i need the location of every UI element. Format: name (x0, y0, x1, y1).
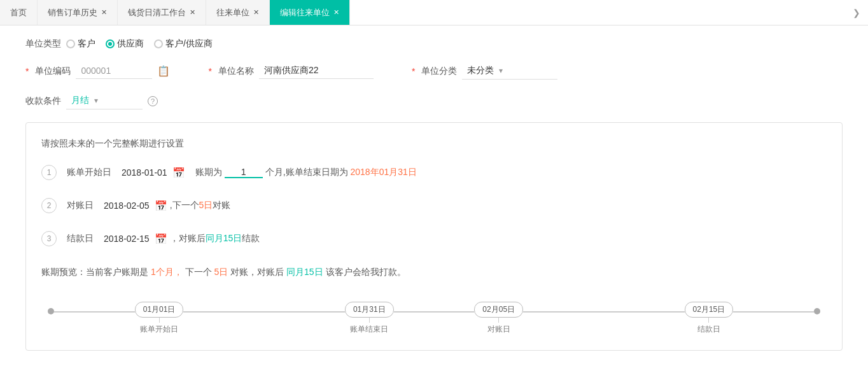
code-input[interactable] (76, 63, 152, 79)
close-icon[interactable]: ✕ (333, 8, 339, 17)
name-input[interactable] (259, 63, 374, 79)
category-required: * (412, 66, 415, 76)
help-icon[interactable]: ? (148, 96, 158, 106)
tl-node-3-label: 对账日 (487, 324, 510, 335)
step-1-period-pre: 账期为 (195, 167, 222, 178)
category-arrow-icon: ▾ (499, 66, 503, 75)
step-2-number: 2 (41, 198, 57, 213)
tl-node-2-label: 账单结束日 (350, 324, 388, 335)
tl-node-2-badge: 01月31日 (345, 302, 394, 318)
tl-node-1-label: 账单开始日 (140, 324, 178, 335)
preview-part2: 下一个 (185, 267, 212, 277)
preview-part5: 同月15日 (286, 267, 323, 277)
tl-node-3: 02月05日 对账日 (474, 302, 523, 335)
tl-end-dot (814, 308, 820, 314)
preview-text: 账期预览：当前客户账期是 1个月， 下一个 5日 对账，对账后 同月15日 该客… (41, 264, 827, 280)
tab-expand-button[interactable]: ❯ (845, 8, 868, 18)
radio-supplier[interactable]: 供应商 (106, 38, 144, 50)
step-1-period-end: 2018年01月31日 (351, 167, 417, 178)
tab-bar: 首页 销售订单历史 ✕ 钱货日清工作台 ✕ 往来单位 ✕ 编辑往来单位 ✕ ❯ (0, 0, 868, 25)
tl-node-3-tick (498, 318, 499, 323)
copy-icon[interactable]: 📋 (157, 65, 170, 77)
step-2-date: 2018-02-05 (104, 201, 150, 211)
preview-part3: 5日 (214, 267, 228, 277)
unit-type-label: 单位类型 (25, 38, 61, 50)
payment-row: 收款条件 月结 ▾ ? (25, 92, 843, 109)
tl-seg-1 (183, 311, 344, 313)
name-field: * 单位名称 (208, 63, 373, 79)
close-icon[interactable]: ✕ (253, 8, 259, 17)
tl-node-4-badge: 02月15日 (685, 302, 734, 318)
close-icon[interactable]: ✕ (190, 8, 195, 17)
tab-edit-partner[interactable]: 编辑往来单位 ✕ (270, 0, 350, 25)
main-content: 单位类型 客户 供应商 客户/供应商 * 单位编码 (0, 25, 868, 387)
step-3-desc-pre: ，对账后 (170, 233, 206, 244)
payment-field: 收款条件 月结 ▾ ? (25, 92, 158, 109)
code-label: 单位编码 (35, 66, 71, 77)
radio-customer-circle[interactable] (66, 39, 75, 48)
tl-node-4: 02月15日 结款日 (685, 302, 734, 335)
code-required: * (25, 66, 29, 76)
payment-dropdown[interactable]: 月结 ▾ (66, 92, 143, 109)
preview-label: 账期预览：当前客户账期是 (41, 267, 148, 277)
preview-part1: 1个月， (151, 267, 183, 277)
step-1-cal-icon[interactable]: 📅 (172, 167, 185, 179)
tab-sales-order-history[interactable]: 销售订单历史 ✕ (38, 0, 118, 25)
step-3-row: 3 结款日 2018-02-15 📅 ，对账后 同月15日 结款 (41, 231, 827, 246)
tl-node-1-badge: 01月01日 (135, 302, 184, 318)
tab-home[interactable]: 首页 (0, 0, 38, 25)
radio-both-circle[interactable] (154, 39, 163, 48)
category-label: 单位分类 (421, 66, 457, 77)
step-2-cal-icon[interactable]: 📅 (155, 200, 167, 212)
tl-node-4-label: 结款日 (697, 324, 720, 335)
period-input[interactable] (225, 167, 263, 178)
tl-seg-0 (54, 311, 135, 313)
tl-start-dot (48, 308, 54, 314)
card-instruction: 请按照未来的一个完整帐期进行设置 (41, 138, 827, 150)
step-3-label: 结款日 (67, 233, 94, 244)
radio-both[interactable]: 客户/供应商 (154, 38, 213, 50)
unit-type-radio-group: 客户 供应商 客户/供应商 (66, 38, 213, 50)
step-3-cal-icon[interactable]: 📅 (155, 233, 167, 245)
tl-node-4-tick (708, 318, 709, 323)
step-1-row: 1 账单开始日 2018-01-01 📅 账期为 个月,账单结束日期为 2018… (41, 165, 827, 180)
tl-node-3-badge: 02月05日 (474, 302, 523, 318)
step-1-date: 2018-01-01 (122, 167, 167, 178)
step-3-highlight: 同月15日 (206, 233, 242, 244)
category-field: * 单位分类 未分类 ▾ (412, 62, 557, 80)
radio-supplier-circle[interactable] (106, 39, 115, 48)
payment-label: 收款条件 (25, 95, 61, 107)
payment-value: 月结 (71, 95, 89, 106)
name-required: * (208, 66, 211, 76)
step-1-number: 1 (41, 165, 57, 180)
step-1-label: 账单开始日 (67, 167, 111, 178)
step-2-label: 对账日 (67, 200, 94, 211)
radio-customer[interactable]: 客户 (66, 38, 95, 50)
close-icon[interactable]: ✕ (101, 8, 107, 17)
tab-cash-work[interactable]: 钱货日清工作台 ✕ (118, 0, 206, 25)
tl-seg-2 (394, 311, 475, 313)
code-name-category-row: * 单位编码 📋 * 单位名称 * 单位分类 未分类 ▾ (25, 62, 843, 80)
timeline: 01月01日 账单开始日 01月31日 账单结束日 02月05日 对账日 (41, 295, 827, 335)
step-1-period-post: 个月,账单结束日期为 (265, 167, 348, 178)
category-value: 未分类 (467, 65, 494, 76)
category-dropdown[interactable]: 未分类 ▾ (462, 62, 557, 80)
code-field: * 单位编码 📋 (25, 63, 170, 79)
payment-arrow-icon: ▾ (94, 96, 98, 105)
radio-customer-label: 客户 (78, 38, 95, 50)
step-2-desc-post: 对账 (213, 200, 230, 211)
tl-node-1: 01月01日 账单开始日 (135, 302, 184, 335)
step-3-number: 3 (41, 231, 57, 246)
radio-supplier-label: 供应商 (117, 38, 144, 50)
radio-both-label: 客户/供应商 (165, 38, 213, 50)
step-2-desc-pre: ,下一个 (170, 200, 199, 211)
tl-seg-4 (733, 311, 814, 313)
name-label: 单位名称 (218, 66, 254, 77)
step-2-row: 2 对账日 2018-02-05 📅 ,下一个 5日 对账 (41, 198, 827, 213)
tab-partner-units[interactable]: 往来单位 ✕ (206, 0, 270, 25)
tl-seg-3 (523, 311, 684, 313)
unit-type-field: 单位类型 客户 供应商 客户/供应商 (25, 38, 213, 50)
step-3-desc-post: 结款 (242, 233, 260, 244)
unit-type-row: 单位类型 客户 供应商 客户/供应商 (25, 38, 843, 50)
period-settings-card: 请按照未来的一个完整帐期进行设置 1 账单开始日 2018-01-01 📅 账期… (25, 122, 843, 351)
